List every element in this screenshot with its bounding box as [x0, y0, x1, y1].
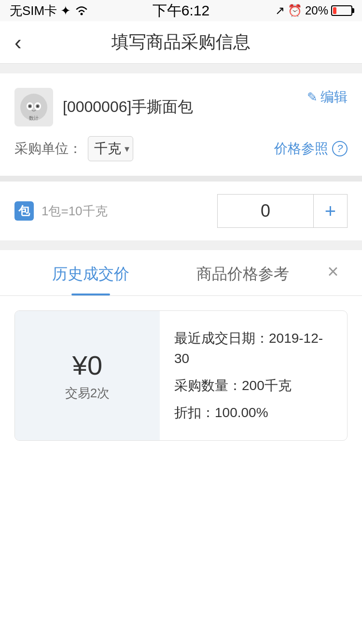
battery-icon [331, 5, 352, 16]
price-card: ¥0 交易2次 最近成交日期：2019-12-30 采购数量：200千克 折扣：… [14, 310, 348, 441]
tab-product-price-ref[interactable]: 商品价格参考 [167, 250, 319, 295]
last-deal-date-row: 最近成交日期：2019-12-30 [174, 328, 333, 369]
unit-info: 包 1包=10千克 [14, 201, 108, 221]
product-left: 数计 [0000006]手撕面包 [14, 88, 193, 126]
edit-label: 编辑 [320, 88, 348, 106]
alarm-icon: ⏰ [288, 4, 302, 17]
wifi-icon [75, 5, 88, 16]
status-bar: 无SIM卡 ✦ 下午6:12 ↗ ⏰ 20% [0, 0, 362, 21]
price-card-left: ¥0 交易2次 [15, 311, 160, 440]
status-left: 无SIM卡 ✦ [10, 2, 88, 19]
product-logo-icon: 数计 [19, 93, 48, 122]
quantity-input[interactable] [217, 194, 314, 228]
svg-text:数计: 数计 [29, 115, 39, 121]
unit-badge: 包 [14, 201, 34, 221]
product-header: 数计 [0000006]手撕面包 ✎ 编辑 [14, 88, 348, 126]
tab-content: ¥0 交易2次 最近成交日期：2019-12-30 采购数量：200千克 折扣：… [0, 296, 362, 455]
tabs-section: 历史成交价 商品价格参考 × ¥0 交易2次 最近成交日期：2019-12-30… [0, 250, 362, 455]
status-right: ↗ ⏰ 20% [275, 4, 352, 17]
tabs-header: 历史成交价 商品价格参考 × [0, 250, 362, 296]
edit-icon: ✎ [307, 90, 318, 105]
price-ref-label: 价格参照 [274, 140, 328, 158]
discount-row: 折扣：100.00% [174, 403, 333, 423]
page-title: 填写商品采购信息 [111, 30, 251, 54]
price-amount: ¥0 [72, 350, 102, 381]
status-time: 下午6:12 [153, 1, 209, 21]
tab-history-price[interactable]: 历史成交价 [14, 250, 167, 295]
back-button[interactable]: ‹ [14, 32, 22, 53]
qty-value: 200千克 [242, 378, 292, 393]
discount-label: 折扣： [174, 405, 215, 420]
currency-symbol: ¥ [72, 350, 87, 380]
page-bottom [0, 455, 362, 644]
product-unit-row: 采购单位： 千克 价格参照 ? [14, 136, 348, 161]
product-section: 数计 [0000006]手撕面包 ✎ 编辑 采购单位： 千克 价格参照 ? [0, 73, 362, 176]
unit-label: 采购单位： 千克 [14, 136, 133, 161]
price-value: 0 [87, 350, 102, 380]
battery-text: 20% [305, 4, 328, 17]
tab-close-button[interactable]: × [319, 257, 348, 286]
help-icon: ? [332, 141, 348, 156]
last-deal-label: 最近成交日期： [174, 331, 269, 346]
qty-label: 采购数量： [174, 378, 242, 393]
quantity-plus-button[interactable]: + [314, 194, 348, 228]
qty-row: 采购数量：200千克 [174, 376, 333, 396]
unit-conversion: 1包=10千克 [42, 203, 108, 220]
svg-point-0 [81, 13, 83, 15]
svg-point-6 [29, 105, 31, 107]
carrier-text: 无SIM卡 ✦ [10, 2, 71, 19]
svg-point-7 [37, 105, 39, 107]
quantity-input-wrap: + [217, 194, 348, 228]
price-count: 交易2次 [65, 385, 110, 402]
discount-value: 100.00% [215, 405, 268, 420]
product-thumbnail: 数计 [14, 88, 53, 126]
unit-select[interactable]: 千克 [88, 136, 133, 161]
price-card-right: 最近成交日期：2019-12-30 采购数量：200千克 折扣：100.00% [160, 311, 347, 440]
edit-button[interactable]: ✎ 编辑 [307, 88, 348, 106]
section-divider [0, 176, 362, 182]
unit-select-wrap[interactable]: 千克 [88, 136, 133, 161]
price-ref-button[interactable]: 价格参照 ? [274, 140, 348, 158]
nav-bar: ‹ 填写商品采购信息 [0, 21, 362, 64]
quantity-row: 包 1包=10千克 + [0, 182, 362, 240]
product-name: [0000006]手撕面包 [63, 97, 193, 118]
location-icon: ↗ [275, 4, 285, 17]
